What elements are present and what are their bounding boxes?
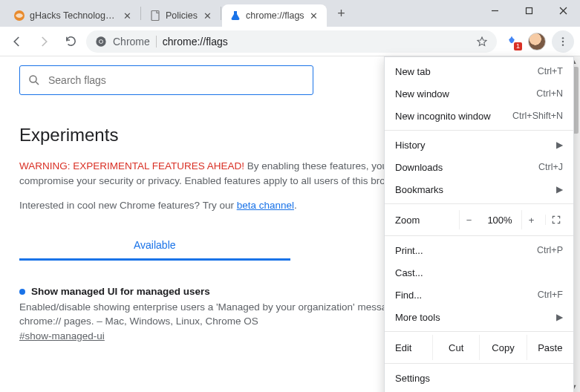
svg-rect-1	[151, 11, 159, 21]
menu-downloads[interactable]: DownloadsCtrl+J	[385, 156, 573, 178]
chevron-right-icon: ▶	[556, 184, 563, 195]
tab-title: Policies	[166, 10, 198, 21]
tab-title: gHacks Technology N	[30, 10, 117, 21]
titlebar: gHacks Technology N ✕ Policies ✕ chrome:…	[0, 0, 580, 27]
tab-flags[interactable]: chrome://flags ✕	[222, 4, 327, 27]
flask-icon	[229, 10, 241, 22]
svg-point-10	[562, 40, 564, 42]
menu-history[interactable]: History▶	[385, 134, 573, 156]
menu-new-window[interactable]: New windowCtrl+N	[385, 82, 573, 105]
svg-point-9	[562, 37, 564, 39]
search-icon	[27, 74, 41, 87]
search-placeholder: Search flags	[48, 74, 106, 86]
omnibox-divider	[156, 36, 157, 48]
menu-settings[interactable]: Settings	[385, 367, 573, 389]
beta-channel-link[interactable]: beta channel	[237, 200, 294, 211]
svg-line-13	[36, 82, 39, 85]
svg-point-12	[30, 76, 36, 82]
minimize-button[interactable]	[478, 0, 512, 21]
zoom-in-button[interactable]: +	[521, 210, 541, 229]
flag-anchor-link[interactable]: #show-managed-ui	[19, 330, 105, 342]
chevron-right-icon: ▶	[556, 312, 563, 322]
warning-red: WARNING: EXPERIMENTAL FEATURES AHEAD!	[19, 160, 244, 172]
edit-label: Edit	[385, 342, 432, 353]
menu-edit-row: Edit Cut Copy Paste	[385, 335, 573, 360]
tab-policies[interactable]: Policies ✕	[142, 4, 220, 27]
svg-point-11	[562, 44, 564, 45]
ghacks-favicon	[13, 10, 25, 22]
omnibox[interactable]: Chrome chrome://flags	[86, 30, 497, 53]
omnibox-url: chrome://flags	[163, 36, 228, 48]
menu-paste[interactable]: Paste	[527, 335, 573, 360]
menu-find[interactable]: Find...Ctrl+F	[385, 284, 573, 306]
menu-more-tools[interactable]: More tools▶	[385, 306, 573, 328]
doc-favicon	[149, 10, 161, 22]
menu-cast[interactable]: Cast...	[385, 261, 573, 284]
chrome-menu-button[interactable]	[552, 30, 574, 53]
bookmark-star-icon[interactable]	[476, 36, 488, 48]
search-flags-input[interactable]: Search flags	[19, 65, 313, 95]
chrome-menu: New tabCtrl+T New windowCtrl+N New incog…	[384, 56, 574, 392]
tab-available[interactable]: Available	[19, 232, 290, 261]
close-icon[interactable]: ✕	[122, 10, 132, 21]
close-window-button[interactable]	[546, 0, 580, 21]
menu-zoom-row: Zoom − 100% +	[385, 207, 573, 232]
fullscreen-button[interactable]	[545, 215, 566, 225]
new-tab-button[interactable]: +	[331, 3, 352, 24]
menu-print[interactable]: Print...Ctrl+P	[385, 239, 573, 261]
omnibox-chrome-label: Chrome	[113, 36, 150, 48]
forward-button[interactable]	[33, 30, 55, 53]
zoom-out-button[interactable]: −	[459, 210, 478, 229]
menu-new-tab[interactable]: New tabCtrl+T	[385, 60, 573, 82]
menu-help[interactable]: Help▶	[385, 389, 573, 392]
menu-copy[interactable]: Copy	[479, 335, 526, 360]
close-icon[interactable]: ✕	[309, 10, 319, 21]
svg-point-8	[100, 40, 102, 43]
tab-ghacks[interactable]: gHacks Technology N ✕	[6, 4, 140, 27]
chrome-icon	[95, 36, 107, 48]
svg-rect-3	[526, 7, 532, 13]
profile-avatar[interactable]	[527, 31, 547, 52]
close-icon[interactable]: ✕	[202, 10, 212, 21]
menu-bookmarks[interactable]: Bookmarks▶	[385, 178, 573, 200]
menu-incognito[interactable]: New incognito windowCtrl+Shift+N	[385, 105, 573, 127]
reload-button[interactable]	[59, 30, 82, 53]
extension-icon[interactable]: 1	[501, 31, 522, 52]
tab-strip: gHacks Technology N ✕ Policies ✕ chrome:…	[0, 0, 352, 27]
maximize-button[interactable]	[512, 0, 546, 21]
extension-badge: 1	[514, 42, 522, 50]
tab-title: chrome://flags	[246, 10, 304, 21]
zoom-label: Zoom	[395, 215, 459, 226]
toolbar: Chrome chrome://flags 1	[0, 27, 580, 56]
zoom-value: 100%	[483, 215, 517, 226]
menu-cut[interactable]: Cut	[432, 335, 479, 360]
back-button[interactable]	[6, 30, 28, 53]
window-controls	[478, 0, 580, 21]
flag-title: Show managed UI for managed users	[31, 286, 210, 297]
chevron-right-icon: ▶	[556, 140, 563, 150]
flag-status-dot	[19, 289, 25, 295]
avatar-icon	[528, 33, 546, 50]
